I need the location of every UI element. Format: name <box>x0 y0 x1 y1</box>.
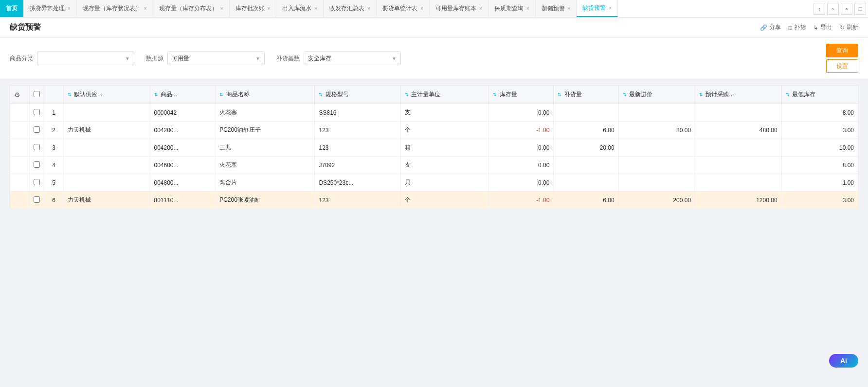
row-settings-5 <box>10 192 30 209</box>
category-filter-group: 商品分类 ▼ <box>10 52 134 65</box>
row-est-5: 1200.00 <box>695 192 782 209</box>
tab-scroll-left[interactable]: ‹ <box>814 3 825 15</box>
replenish-base-select[interactable]: 安全库存 ▼ <box>304 52 401 65</box>
table-row: 4 004600... 火花塞 J7092 支 0.00 8.00 <box>10 157 858 174</box>
tab-6[interactable]: 收发存汇总表 × <box>324 0 377 17</box>
share-button[interactable]: 🔗 分享 <box>760 23 781 32</box>
row-min-stock-2: 10.00 <box>781 139 858 157</box>
tab-close-8[interactable]: × <box>479 6 482 11</box>
tab-11[interactable]: 缺货预警 × <box>577 0 618 17</box>
settings-button[interactable]: 设置 <box>826 59 858 73</box>
tab-2[interactable]: 现存量（库存状况表） × <box>77 0 153 17</box>
row-replenish-0 <box>554 104 618 122</box>
row-spec-2: 123 <box>315 139 400 157</box>
tab-8[interactable]: 可用量库存账本 × <box>430 0 488 17</box>
row-stock-2: 0.00 <box>489 139 554 157</box>
row-unit-4: 只 <box>400 174 488 192</box>
th-unit[interactable]: ⇅ 主计量单位 <box>400 86 488 104</box>
sort-icon-price: ⇅ <box>623 92 627 97</box>
datasource-select[interactable]: 可用量 ▼ <box>167 52 265 65</box>
query-button[interactable]: 查询 <box>826 44 858 57</box>
row-unit-5: 个 <box>400 192 488 209</box>
row-stock-1: -1.00 <box>489 122 554 139</box>
th-default-supplier[interactable]: ⇅ 默认供应... <box>64 86 150 104</box>
th-settings: ⚙ <box>10 86 30 104</box>
th-product-code[interactable]: ⇅ 商品... <box>150 86 216 104</box>
row-name-2: 三九 <box>216 139 315 157</box>
row-checkbox-4[interactable] <box>34 179 40 185</box>
row-price-2 <box>618 139 695 157</box>
table-row: 2 力天机械 004200... PC200油缸庄子 123 个 -1.00 6… <box>10 122 858 139</box>
replenish-button[interactable]: □ 补货 <box>789 23 806 32</box>
th-replenish-qty[interactable]: ⇅ 补货量 <box>554 86 618 104</box>
row-settings-4 <box>10 174 30 192</box>
tab-5[interactable]: 出入库流水 × <box>276 0 324 17</box>
row-settings-0 <box>10 104 30 122</box>
table-body: 1 0000042 火花塞 SS816 支 0.00 8.00 2 力天机械 0… <box>10 104 858 209</box>
tab-close-2[interactable]: × <box>144 6 147 11</box>
th-spec[interactable]: ⇅ 规格型号 <box>315 86 400 104</box>
tab-1[interactable]: 拣货异常处理 × <box>24 0 77 17</box>
row-checkbox-5[interactable] <box>34 196 40 203</box>
tab-close-6[interactable]: × <box>367 6 370 11</box>
row-num-0: 1 <box>44 104 64 122</box>
sort-icon-code: ⇅ <box>154 92 158 97</box>
row-code-4: 004800... <box>150 174 216 192</box>
column-settings-icon[interactable]: ⚙ <box>14 91 20 99</box>
tab-10[interactable]: 超储预警 × <box>536 0 577 17</box>
tab-close-all[interactable]: × <box>841 3 852 15</box>
table-header-row: ⚙ ⇅ 默认供应... ⇅ 商品... ⇅ 商品名称 <box>10 86 858 104</box>
sort-icon-stock: ⇅ <box>493 92 497 97</box>
th-est-purchase[interactable]: ⇅ 预计采购... <box>695 86 782 104</box>
tab-maximize[interactable]: □ <box>854 3 866 15</box>
tab-close-1[interactable]: × <box>68 6 71 11</box>
th-latest-price[interactable]: ⇅ 最新进价 <box>618 86 695 104</box>
tab-close-4[interactable]: × <box>268 6 271 11</box>
row-min-stock-0: 8.00 <box>781 104 858 122</box>
row-name-3: 火花塞 <box>216 157 315 174</box>
row-checkbox-3[interactable] <box>34 161 40 168</box>
table-row: 6 力天机械 801110... PC200张紧油缸 123 个 -1.00 6… <box>10 192 858 209</box>
header-actions: 🔗 分享 □ 补货 ↳ 导出 ↻ 刷新 <box>760 23 858 32</box>
tab-close-10[interactable]: × <box>568 6 571 11</box>
row-checkbox-2[interactable] <box>34 144 40 150</box>
th-min-stock[interactable]: ⇅ 最低库存 <box>781 86 858 104</box>
row-code-5: 801110... <box>150 192 216 209</box>
row-stock-0: 0.00 <box>489 104 554 122</box>
table-row: 3 004200... 三九 123 箱 0.00 20.00 10.00 <box>10 139 858 157</box>
tab-close-11[interactable]: × <box>609 5 612 11</box>
tab-scroll-right[interactable]: › <box>827 3 839 15</box>
row-replenish-2: 20.00 <box>554 139 618 157</box>
row-name-4: 离合片 <box>216 174 315 192</box>
tab-3[interactable]: 现存量（库存分布表） × <box>153 0 230 17</box>
tab-9[interactable]: 保质期查询 × <box>488 0 536 17</box>
filter-actions: 查询 设置 <box>826 44 858 73</box>
row-spec-5: 123 <box>315 192 400 209</box>
tab-7[interactable]: 要货单统计表 × <box>377 0 430 17</box>
category-chevron-icon: ▼ <box>125 56 130 61</box>
tab-close-9[interactable]: × <box>526 6 529 11</box>
select-all-checkbox[interactable] <box>34 91 40 97</box>
tab-home[interactable]: 首页 <box>0 0 24 17</box>
tab-4[interactable]: 库存批次账 × <box>230 0 277 17</box>
tab-close-3[interactable]: × <box>220 6 223 11</box>
tab-close-7[interactable]: × <box>420 6 423 11</box>
row-checkbox-cell-0 <box>30 104 44 122</box>
category-select[interactable]: ▼ <box>37 52 134 65</box>
row-price-1: 80.00 <box>618 122 695 139</box>
row-min-stock-3: 8.00 <box>781 157 858 174</box>
th-stock[interactable]: ⇅ 库存量 <box>489 86 554 104</box>
row-num-4: 5 <box>44 174 64 192</box>
tab-bar: 首页 拣货异常处理 × 现存量（库存状况表） × 现存量（库存分布表） × 库存… <box>0 0 868 18</box>
row-checkbox-0[interactable] <box>34 109 40 115</box>
row-checkbox-1[interactable] <box>34 126 40 133</box>
tab-nav-buttons: ‹ › × □ <box>812 3 868 15</box>
row-supplier-1: 力天机械 <box>64 122 150 139</box>
row-min-stock-1: 3.00 <box>781 122 858 139</box>
export-button[interactable]: ↳ 导出 <box>814 23 832 32</box>
refresh-button[interactable]: ↻ 刷新 <box>840 23 858 32</box>
page-title: 缺货预警 <box>10 22 41 33</box>
th-product-name[interactable]: ⇅ 商品名称 <box>216 86 315 104</box>
row-min-stock-4: 1.00 <box>781 174 858 192</box>
tab-close-5[interactable]: × <box>314 6 317 11</box>
